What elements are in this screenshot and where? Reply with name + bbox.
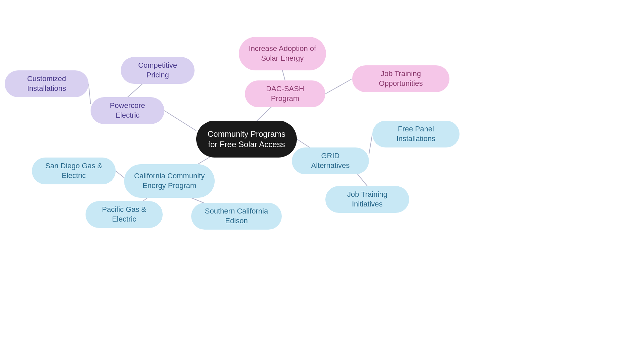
increase-adoption-node: Increase Adoption of Solar Energy <box>239 37 326 70</box>
customized-installations-label: Customized Installations <box>14 74 79 93</box>
ccep-node: California Community Energy Program <box>124 164 215 198</box>
dac-sash-label: DAC-SASH Program <box>254 84 316 103</box>
increase-adoption-label: Increase Adoption of Solar Energy <box>248 44 317 63</box>
sce-label: Southern California Edison <box>201 206 272 226</box>
free-panel-label: Free Panel Installations <box>382 124 450 143</box>
sdge-node: San Diego Gas & Electric <box>32 158 116 184</box>
svg-line-3 <box>164 111 196 131</box>
grid-alternatives-node: GRID Alternatives <box>292 147 369 174</box>
job-training-opp-label: Job Training Opportunities <box>362 69 440 88</box>
svg-line-7 <box>116 171 124 178</box>
svg-line-1 <box>282 70 285 80</box>
job-training-init-node: Job Training Initiatives <box>325 186 409 213</box>
dac-sash-node: DAC-SASH Program <box>245 80 325 107</box>
ccep-label: California Community Energy Program <box>133 171 205 190</box>
competitive-pricing-node: Competitive Pricing <box>121 57 195 84</box>
sce-node: Southern California Edison <box>191 203 282 230</box>
center-node: Community Programs for Free Solar Access <box>196 121 297 158</box>
job-training-opp-node: Job Training Opportunities <box>352 65 449 92</box>
powercore-label: Powercore Electric <box>100 101 155 120</box>
svg-line-5 <box>89 84 91 104</box>
pge-node: Pacific Gas & Electric <box>86 201 163 228</box>
customized-installations-node: Customized Installations <box>5 70 89 97</box>
free-panel-node: Free Panel Installations <box>372 121 460 147</box>
center-node-label: Community Programs for Free Solar Access <box>206 129 287 149</box>
powercore-node: Powercore Electric <box>91 97 164 124</box>
pge-label: Pacific Gas & Electric <box>95 205 153 224</box>
sdge-label: San Diego Gas & Electric <box>41 161 106 180</box>
svg-line-11 <box>369 134 372 154</box>
grid-alternatives-label: GRID Alternatives <box>301 151 360 170</box>
competitive-pricing-label: Competitive Pricing <box>130 61 185 80</box>
job-training-init-label: Job Training Initiatives <box>335 190 400 209</box>
svg-line-2 <box>325 79 352 94</box>
